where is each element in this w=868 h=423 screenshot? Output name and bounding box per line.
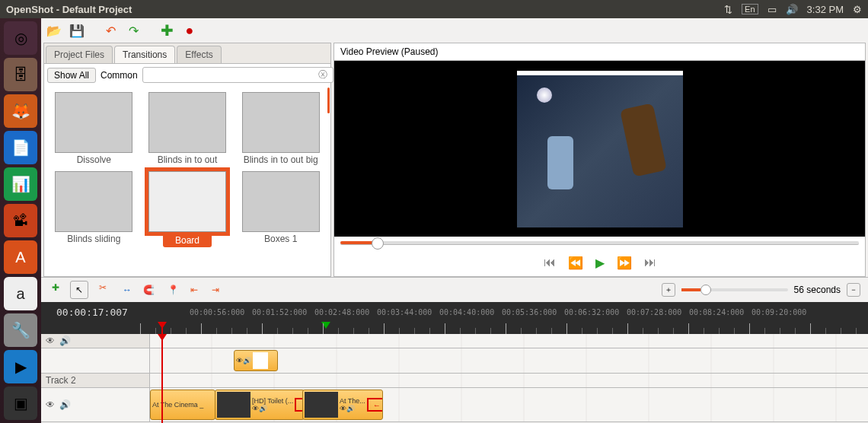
system-tray: ⇅ En ▭ 🔊 3:32 PM ⚙ [724, 4, 862, 15]
snap-tool[interactable]: 🧲 [142, 283, 155, 297]
track-2-controls[interactable]: 👁 🔊 [41, 388, 150, 421]
transition-board[interactable]: Board [144, 171, 231, 247]
transition-blinds-sliding[interactable]: Blinds sliding [50, 171, 138, 247]
dock-amazon[interactable]: a [4, 277, 37, 310]
dock-dash[interactable]: ◎ [4, 21, 37, 55]
preview-panel: Video Preview (Paused) ⏮ ⏪ ▶ ⏩ ⏭ [333, 43, 866, 277]
ts-g: 00:06:32:000 [564, 308, 619, 316]
dock-writer[interactable]: 📄 [4, 131, 37, 164]
battery-icon[interactable]: ▭ [767, 4, 777, 15]
tab-project-files[interactable]: Project Files [46, 46, 113, 63]
dock-terminal[interactable]: ▣ [4, 386, 37, 420]
track-1-head[interactable]: 👁 🔊 [41, 334, 150, 348]
record-button[interactable]: ● [181, 22, 198, 39]
content-row: Project Files Transitions Effects Show A… [41, 43, 868, 277]
clear-search-icon[interactable]: ⓧ [318, 68, 327, 81]
dock-media[interactable]: ▶ [4, 350, 37, 383]
audio-icon[interactable]: 🔊 [59, 336, 71, 346]
zoom-in-icon[interactable]: ＋ [662, 283, 675, 297]
marker-add-button[interactable]: 📍 [166, 283, 180, 297]
zoom-out-icon[interactable]: － [847, 283, 860, 297]
redo-button[interactable]: ↷ [125, 22, 142, 39]
timeline-timecode-bar: 00:00:17:007 00:00:56:000 00:01:52:000 0… [41, 302, 868, 322]
transition-blinds-in-out[interactable]: Blinds in to out [144, 92, 231, 165]
show-all-button[interactable]: Show All [47, 68, 96, 83]
zoom-slider[interactable] [681, 288, 788, 291]
panel-tabs: Project Files Transitions Effects [44, 43, 330, 64]
zoom-area: ＋ 56 seconds － [662, 283, 860, 297]
marker-prev-button[interactable]: ⇤ [187, 283, 201, 297]
cut-tool[interactable]: ✂ [96, 281, 110, 294]
track-2-lane[interactable]: At The Cinema _ [HD] Toilet (...👁🔊 ← At … [150, 388, 868, 421]
main-toolbar: 📂 💾 ↶ ↷ ✚ ● [41, 18, 868, 43]
audio-icon[interactable]: 🔊 [59, 399, 71, 410]
menubar: OpenShot - Default Project ⇅ En ▭ 🔊 3:32… [0, 0, 868, 18]
tab-effects[interactable]: Effects [177, 46, 221, 63]
visibility-icon[interactable]: 👁 [46, 399, 55, 410]
undo-button[interactable]: ↶ [102, 22, 119, 39]
network-icon[interactable]: ⇅ [724, 4, 732, 15]
rewind-button[interactable]: ⏪ [568, 256, 583, 270]
play-button[interactable]: ▶ [595, 256, 605, 270]
left-panel: Project Files Transitions Effects Show A… [43, 43, 331, 277]
transitions-grid[interactable]: Dissolve Blinds in to out Blinds in to o… [44, 86, 330, 276]
dock-settings[interactable]: 🔧 [4, 313, 37, 347]
add-track-button[interactable]: ✚ [49, 281, 62, 294]
save-button[interactable]: 💾 [69, 22, 85, 39]
playhead[interactable] [161, 322, 163, 334]
transition-boxes-1[interactable]: Boxes 1 [237, 171, 324, 247]
dock-firefox[interactable]: 🦊 [4, 94, 37, 128]
ts-d: 00:03:44:000 [377, 308, 432, 316]
clock[interactable]: 3:32 PM [807, 4, 844, 15]
playhead-line [161, 334, 163, 423]
forward-button[interactable]: ⏩ [617, 256, 632, 270]
skip-end-button[interactable]: ⏭ [644, 256, 656, 269]
clip-atthe[interactable]: At The...👁🔊 ← [302, 390, 383, 420]
ts-i: 00:08:24:000 [689, 308, 744, 316]
lang-indicator[interactable]: En [742, 4, 758, 14]
preview-header: Video Preview (Paused) [334, 43, 865, 61]
search-input[interactable] [142, 67, 333, 83]
filter-row: Show All Common ⓧ [44, 64, 330, 86]
clip-cinema[interactable]: At The Cinema _ [150, 390, 215, 420]
clip-short-1[interactable]: 👁🔊 [234, 350, 278, 371]
timeline-ruler[interactable] [41, 322, 868, 334]
seek-bar[interactable] [334, 237, 865, 249]
gear-icon[interactable]: ⚙ [853, 4, 862, 15]
video-frame [517, 71, 683, 227]
clip-toilet[interactable]: [HD] Toilet (...👁🔊 ← [215, 390, 305, 420]
pointer-tool[interactable]: ↖ [70, 281, 88, 299]
dock-impress[interactable]: 📽 [4, 204, 37, 237]
ts-e: 00:04:40:000 [439, 308, 494, 316]
track-2-head[interactable]: Track 2 [41, 374, 150, 387]
tab-transitions[interactable]: Transitions [114, 46, 175, 63]
volume-icon[interactable]: 🔊 [786, 4, 798, 15]
transition-dissolve[interactable]: Dissolve [50, 92, 138, 165]
common-label[interactable]: Common [101, 70, 138, 81]
timecode: 00:00:17:007 [56, 307, 128, 318]
timeline-area: ✚ ↖ ✂ ↔ 🧲 📍 ⇤ ⇥ ＋ 56 seconds － 00:00:17:… [41, 277, 868, 423]
seek-knob[interactable] [372, 237, 384, 250]
clip-marker-icon[interactable]: ← [367, 398, 383, 412]
ts-f: 00:05:36:000 [502, 308, 557, 316]
track-1-lane[interactable]: 👁🔊 [150, 348, 868, 373]
timeline-toolbar: ✚ ↖ ✂ ↔ 🧲 📍 ⇤ ⇥ ＋ 56 seconds － [41, 278, 868, 302]
video-area[interactable] [334, 61, 865, 237]
ts-c: 00:02:48:000 [314, 308, 369, 316]
visibility-icon[interactable]: 👁 [46, 336, 55, 346]
track-1[interactable]: 👁🔊 [41, 348, 868, 374]
ts-j: 00:09:20:000 [752, 308, 806, 316]
track-2[interactable]: 👁 🔊 At The Cinema _ [HD] Toilet (...👁🔊 ← [41, 388, 868, 422]
playback-controls: ⏮ ⏪ ▶ ⏩ ⏭ [334, 249, 865, 276]
marker-next-button[interactable]: ⇥ [209, 283, 222, 297]
skip-start-button[interactable]: ⏮ [544, 256, 556, 269]
ts-h: 00:07:28:000 [627, 308, 681, 316]
dock-calc[interactable]: 📊 [4, 167, 37, 201]
dock-software[interactable]: A [4, 240, 37, 274]
add-button[interactable]: ✚ [158, 22, 175, 39]
resize-tool[interactable]: ↔ [120, 283, 134, 297]
import-button[interactable]: 📂 [46, 22, 62, 39]
ts-a: 00:00:56:000 [190, 308, 244, 316]
transition-blinds-in-out-big[interactable]: Blinds in to out big [237, 92, 324, 165]
dock-files[interactable]: 🗄 [4, 58, 37, 91]
